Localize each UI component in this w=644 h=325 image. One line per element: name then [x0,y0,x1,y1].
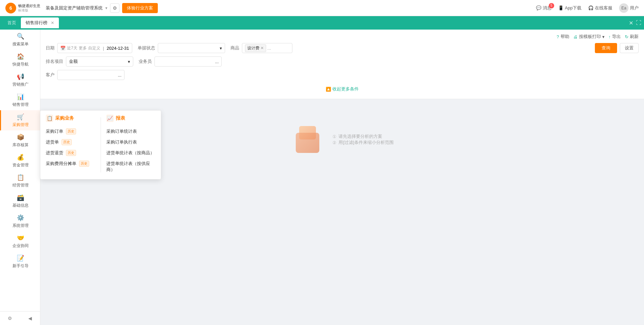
goods-label: 商品 [230,45,239,51]
more-icon: ... [215,59,219,64]
refresh-btn[interactable]: ↻ 刷新 [625,34,639,40]
basic-info-icon: 🗃️ [17,194,24,201]
hist-badge: 历史 [66,150,76,156]
sidebar-item-operation[interactable]: 📋 经营管理 [0,171,40,191]
logo-icon: 6 [5,3,16,13]
ranking-select[interactable]: 金额 ▾ [66,56,133,67]
help-icon: ? [557,34,559,39]
sidebar-item-sales[interactable]: 📊 销售管理 [0,90,40,110]
dropdown-item-stock-in[interactable]: 进货单 历史 [46,137,95,148]
app-download-btn[interactable]: 📱 App下载 [558,5,581,11]
voucher-status-select[interactable]: ▾ [158,43,225,53]
tab-bar: 首页 销售排行榜 ✕ ✕ ⛶ [0,16,644,30]
chevron-down-icon: ▾ [220,46,222,51]
hist-badge: 历史 [66,128,76,134]
system-icon: ⚙️ [17,214,24,221]
tab-close-icon[interactable]: ✕ [51,21,54,25]
chevron-down-icon: ▾ [128,59,130,64]
goods-tag-close-icon[interactable]: ✕ [260,46,264,50]
date-label: 日期 [46,45,55,51]
sidebar-item-finance[interactable]: 💰 资金管理 [0,151,40,171]
dropdown-item-po-stats[interactable]: 采购订单统计表 [106,126,156,137]
sidebar-item-purchase[interactable]: 🛒 采购管理 📋 采购业务 采购订单 历史 [0,110,40,130]
filter-row-3: 客户 ... [46,70,639,80]
industry-btn[interactable]: 体验行业方案 [122,3,158,13]
sidebar-settings-btn[interactable]: ⚙ [0,312,20,325]
dropdown-arrow-icon[interactable]: ▾ [105,6,107,10]
dropdown-col1-title: 📋 采购业务 [46,115,95,122]
goods-group: 商品 设计费 ✕ ... [230,43,292,53]
sidebar-collapse-btn[interactable]: ◀ [20,312,40,325]
inventory-icon: 📦 [17,133,24,141]
empty-illustration [291,126,324,153]
filter-settings-btn[interactable]: 设置 [620,43,639,53]
top-right: 💬 消息 5 📱 App下载 🎧 在线客服 Ea 用户 [536,3,639,13]
guide-icon: 📝 [17,254,24,262]
main-layout: 🔍 搜索菜单 🏠 快捷导航 📢 营销推广 📊 销售管理 🛒 采购管理 [0,30,644,325]
message-badge: 5 [549,3,554,8]
customer-label: 客户 [46,72,55,78]
online-service-btn[interactable]: 🎧 在线客服 [588,5,612,11]
salesman-label: 业务员 [139,58,152,65]
empty-texts: ① 请先选择要分析的方案 ② 用[过滤]条件来缩小分析范围 [332,133,393,146]
sidebar-item-marketing[interactable]: 📢 营销推广 [0,70,40,90]
dropdown-item-stock-stats-supplier[interactable]: 进货单统计表（按供应商） [106,158,156,175]
purchase-biz-icon: 📋 [46,115,53,122]
salesman-group: 业务员 ... [139,56,222,67]
system-title-area: 装备及固定资产辅助管理系统 ▾ ⚙ 体验行业方案 [46,3,536,13]
dropdown-col2-title: 📈 报表 [106,115,156,122]
refresh-icon: ↻ [625,34,629,39]
home-icon: 🏠 [17,53,24,60]
filter-rows: 日期 📅 近7天 更多 自定义 | 2024-12-31 单据状态 [46,43,639,95]
settings-btn[interactable]: ⚙ [110,3,119,13]
empty-box-shape [296,133,319,153]
top-bar: 6 畅捷通好生意 标准版 装备及固定资产辅助管理系统 ▾ ⚙ 体验行业方案 💬 … [0,0,644,16]
customer-group: 客户 ... [46,70,124,80]
dropdown-item-stock-return[interactable]: 进货退货 历史 [46,148,95,158]
sidebar-item-guide[interactable]: 📝 新手引导 [0,251,40,272]
calendar-icon: 📅 [60,46,66,51]
tab-maximize-icon[interactable]: ⛶ [636,20,641,26]
logo-area: 6 畅捷通好生意 标准版 [5,3,46,13]
filter-area: ? 帮助 🖨 按模板打印 ▾ ↑ 导出 ↻ 刷新 [40,30,644,99]
more-icon: ... [118,73,121,78]
sidebar-item-quicknav[interactable]: 🏠 快捷导航 [0,50,40,70]
tab-close-all-icon[interactable]: ✕ [629,20,633,26]
sidebar-item-basic-info[interactable]: 🗃️ 基础信息 [0,191,40,211]
dropdown-item-purchase-expense[interactable]: 采购费用分摊单 历史 [46,158,95,169]
collapse-row[interactable]: 🔼 收起更多条件 [46,83,639,95]
sidebar-item-inventory[interactable]: 📦 库存核算 [0,130,40,151]
export-btn[interactable]: ↑ 导出 [609,34,621,40]
sidebar-item-system[interactable]: ⚙️ 系统管理 [0,211,40,231]
message-btn[interactable]: 💬 消息 5 [536,5,551,11]
date-value: 2024-12-31 [107,46,129,51]
user-menu[interactable]: Ea 用户 [619,3,639,13]
sidebar-item-search[interactable]: 🔍 搜索菜单 [0,30,40,50]
headset-icon: 🎧 [588,5,594,10]
salesman-select[interactable]: ... [154,56,222,67]
sidebar-item-collab[interactable]: 🤝 企业协同 [0,231,40,251]
ranking-group: 排名项目 金额 ▾ [46,56,133,67]
customer-select[interactable]: ... [57,70,124,80]
message-icon: 💬 [536,5,541,10]
print-arrow-icon: ▾ [602,34,605,39]
purchase-dropdown-menu: 📋 采购业务 采购订单 历史 进货单 历史 进货退货 [40,110,161,179]
dropdown-item-purchase-order[interactable]: 采购订单 历史 [46,126,95,137]
chevron-up-icon: 🔼 [326,87,331,92]
filter-toolbar: ? 帮助 🖨 按模板打印 ▾ ↑ 导出 ↻ 刷新 [46,34,639,40]
avatar: Ea [619,3,629,13]
query-btn[interactable]: 查询 [595,43,617,53]
collab-icon: 🤝 [17,234,24,242]
filter-row-1: 日期 📅 近7天 更多 自定义 | 2024-12-31 单据状态 [46,43,639,53]
help-btn[interactable]: ? 帮助 [557,34,569,40]
tab-home[interactable]: 首页 [3,17,21,28]
export-icon: ↑ [609,34,611,39]
tab-sales-rank[interactable]: 销售排行榜 ✕ [21,17,59,28]
dropdown-item-stock-stats-goods[interactable]: 进货单统计表（按商品） [106,148,156,158]
sales-icon: 📊 [17,93,24,100]
tab-bar-right: ✕ ⛶ [629,20,641,26]
operation-icon: 📋 [17,174,24,181]
print-template-btn[interactable]: 🖨 按模板打印 ▾ [573,34,605,40]
dropdown-item-po-exec[interactable]: 采购订单执行表 [106,137,156,148]
filter-row-2: 排名项目 金额 ▾ 业务员 ... [46,56,639,67]
